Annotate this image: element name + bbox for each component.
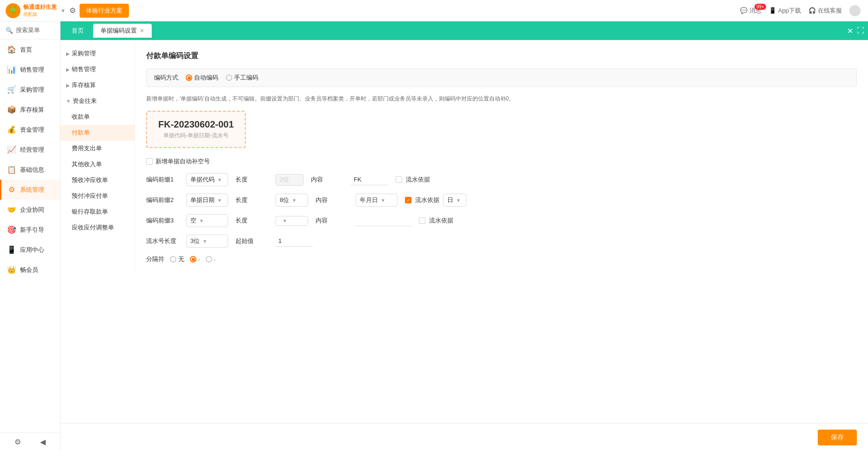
sub-nav-parent-3[interactable]: ▼资金往来 xyxy=(61,93,135,109)
sidebar-item-finance[interactable]: 💰资金管理 xyxy=(0,120,60,140)
sep-none-radio[interactable]: 无 xyxy=(170,255,184,263)
serial-length-select[interactable]: 3位 ▼ xyxy=(186,235,228,248)
message-area[interactable]: 💬 消息 99+ xyxy=(740,7,761,15)
user-avatar xyxy=(849,5,861,16)
service-area[interactable]: 🎧 在线客服 xyxy=(808,7,842,15)
sidebar-item-sales[interactable]: 📊销售管理 xyxy=(0,60,60,80)
app-icon: 📱 xyxy=(769,7,776,14)
tab-close-voucher-setting[interactable]: ✕ xyxy=(140,27,144,34)
prefix-label-3: 编码前缀3 xyxy=(146,216,179,225)
prefix-select-2[interactable]: 单据日期 ▼ xyxy=(186,194,228,207)
flow-group-2: ✓ 流水依据 日 ▼ xyxy=(405,194,466,207)
sidebar-item-system[interactable]: ⚙系统管理 xyxy=(0,180,60,200)
sidebar-item-apps[interactable]: 📱应用中心 xyxy=(0,240,60,260)
user-area[interactable] xyxy=(849,5,862,16)
manual-encode-radio[interactable]: 手工编码 xyxy=(226,74,258,82)
serial-row: 流水号长度 3位 ▼ 起始值 xyxy=(146,235,857,248)
flow-checkbox-3[interactable] xyxy=(419,217,425,224)
tab-home[interactable]: 首页 xyxy=(64,24,91,38)
start-value-input[interactable] xyxy=(276,236,313,247)
new-voucher-checkbox[interactable] xyxy=(146,158,153,165)
sep-dot2-radio[interactable]: · xyxy=(206,256,216,263)
sub-nav-child-3-7[interactable]: 应收应付调整单 xyxy=(61,220,135,236)
tab-items: 首页单据编码设置✕ xyxy=(64,24,152,38)
purchase-icon: 🛒 xyxy=(7,85,16,94)
sub-nav-parent-2[interactable]: ▶库存核算 xyxy=(61,77,135,93)
sidebar-item-member[interactable]: 👑畅会员 xyxy=(0,260,60,280)
prefix-select-1[interactable]: 单据代码 ▼ xyxy=(186,173,228,186)
sep-dot-radio[interactable]: · xyxy=(190,256,200,263)
sidebar-item-basic[interactable]: 📋基础信息 xyxy=(0,160,60,180)
prefix-row-2: 编码前缀2 单据日期 ▼ 长度 8位 ▼ 内容 年月日 ▼ xyxy=(146,194,857,207)
settings-icon[interactable]: ⚙ xyxy=(69,6,76,15)
sidebar-item-guide[interactable]: 🎯新手引导 xyxy=(0,220,60,240)
message-icon: 💬 xyxy=(740,7,747,14)
sidebar-settings-icon[interactable]: ⚙ xyxy=(14,438,21,446)
sidebar-item-home[interactable]: 🏠首页 xyxy=(0,40,60,60)
member-icon: 👑 xyxy=(7,265,16,274)
prefix-row-3: 编码前缀3 空 ▼ 长度 ▼ 内容 流水依据 xyxy=(146,214,857,227)
prefix-label-2: 编码前缀2 xyxy=(146,196,179,204)
separator-row: 分隔符 无 · · xyxy=(146,255,857,263)
finance-icon: 💰 xyxy=(7,125,16,134)
app-download-area[interactable]: 📱 App下载 xyxy=(769,7,801,15)
sub-nav: ▶采购管理▶销售管理▶库存核算▼资金往来收款单付款单费用支出单其他收入单预收冲应… xyxy=(61,40,135,271)
save-button[interactable]: 保存 xyxy=(818,430,857,445)
service-icon: 🎧 xyxy=(808,7,816,14)
header-dropdown[interactable]: ▼ xyxy=(61,8,66,13)
sidebar-item-operation[interactable]: 📈经营管理 xyxy=(0,140,60,160)
prefix-row-1: 编码前缀1 单据代码 ▼ 长度 内容 流水依据 xyxy=(146,173,857,186)
flow-period-select-2[interactable]: 日 ▼ xyxy=(443,194,466,207)
system-icon: ⚙ xyxy=(7,185,16,194)
tab-close-all-icon[interactable]: ✕ xyxy=(847,27,853,35)
content-select-2[interactable]: 年月日 ▼ xyxy=(356,194,397,207)
sales-icon: 📊 xyxy=(7,65,16,74)
flow-checkbox-2[interactable]: ✓ xyxy=(405,197,411,203)
top-header: 🍀 畅通道好生意 搭配版 ▼ ⚙ 体验行业方案 💬 消息 99+ 📱 App下载… xyxy=(0,0,868,21)
sub-nav-parent-0[interactable]: ▶采购管理 xyxy=(61,46,135,61)
prefix-label-1: 编码前缀1 xyxy=(146,175,179,184)
flow-label-2: 流水依据 xyxy=(415,196,439,204)
sidebar-item-inventory[interactable]: 📦库存核算 xyxy=(0,100,60,120)
tab-actions: ✕ ⛶ xyxy=(847,27,864,35)
length-select-3[interactable]: ▼ xyxy=(276,216,308,226)
prefix-select-3[interactable]: 空 ▼ xyxy=(186,214,228,227)
sub-nav-child-3-6[interactable]: 银行存取款单 xyxy=(61,204,135,220)
flow-checkbox-1[interactable] xyxy=(396,176,402,183)
guide-icon: 🎯 xyxy=(7,225,16,234)
sub-nav-child-3-1[interactable]: 付款单 xyxy=(61,125,135,141)
footer-bar: 保存 xyxy=(61,423,868,451)
encode-mode-label: 编码方式 xyxy=(154,74,178,82)
content-input-3[interactable] xyxy=(356,215,411,226)
flow-group-1: 流水依据 xyxy=(396,175,430,184)
content-input-1[interactable] xyxy=(351,174,388,185)
length-input-1[interactable] xyxy=(276,174,303,186)
form-area: 付款单编码设置 编码方式 自动编码 手工编码 xyxy=(135,51,857,271)
sub-nav-child-3-4[interactable]: 预收冲应收单 xyxy=(61,172,135,188)
corp-icon: 🤝 xyxy=(7,205,16,214)
sidebar: 🔍 搜索菜单 🏠首页📊销售管理🛒采购管理📦库存核算💰资金管理📈经营管理📋基础信息… xyxy=(0,21,61,451)
sidebar-item-corp[interactable]: 🤝企业协同 xyxy=(0,200,60,220)
search-menu[interactable]: 🔍 搜索菜单 xyxy=(0,21,60,40)
page-title: 付款单编码设置 xyxy=(146,51,857,61)
sub-nav-child-3-0[interactable]: 收款单 xyxy=(61,109,135,125)
length-label-2: 长度 xyxy=(236,196,268,204)
message-badge: 99+ xyxy=(754,4,766,10)
sidebar-collapse-icon[interactable]: ◀ xyxy=(40,438,46,446)
length-label-3: 长度 xyxy=(236,216,268,225)
inventory-icon: 📦 xyxy=(7,105,16,114)
logo-area: 🍀 畅通道好生意 搭配版 xyxy=(6,3,57,18)
basic-icon: 📋 xyxy=(7,165,16,174)
sidebar-item-purchase[interactable]: 🛒采购管理 xyxy=(0,80,60,100)
tab-voucher-setting[interactable]: 单据编码设置✕ xyxy=(93,24,152,38)
length-select-2[interactable]: 8位 ▼ xyxy=(276,194,308,207)
tab-fullscreen-icon[interactable]: ⛶ xyxy=(857,27,864,35)
trial-button[interactable]: 体验行业方案 xyxy=(80,4,129,18)
sub-nav-parent-1[interactable]: ▶销售管理 xyxy=(61,61,135,77)
sub-nav-child-3-2[interactable]: 费用支出单 xyxy=(61,141,135,156)
layout: ▶采购管理▶销售管理▶库存核算▼资金往来收款单付款单费用支出单其他收入单预收冲应… xyxy=(72,51,857,271)
auto-encode-radio[interactable]: 自动编码 xyxy=(186,74,218,82)
separator-label: 分隔符 xyxy=(146,255,164,263)
sub-nav-child-3-5[interactable]: 预付冲应付单 xyxy=(61,188,135,204)
sub-nav-child-3-3[interactable]: 其他收入单 xyxy=(61,156,135,172)
